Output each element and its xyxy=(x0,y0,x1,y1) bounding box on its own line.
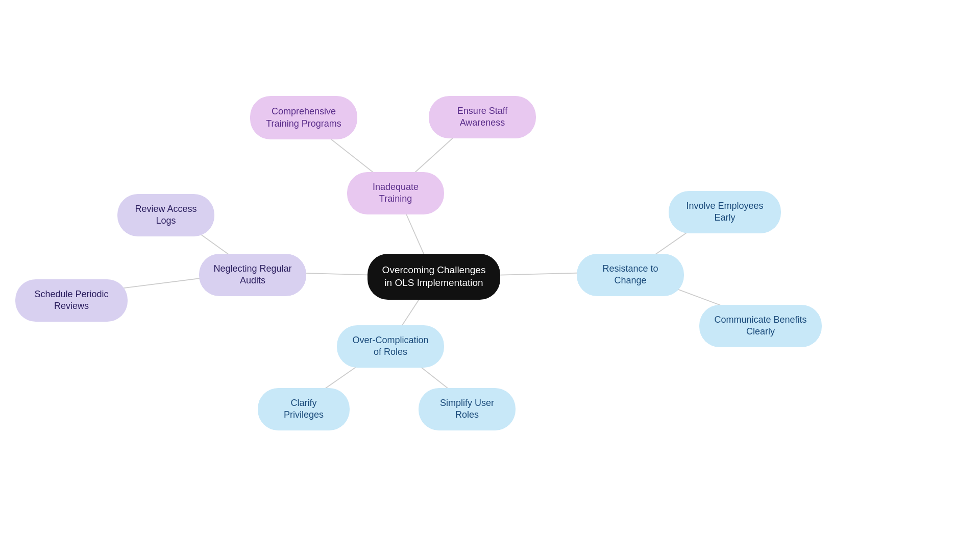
node-center: Overcoming Challenges in OLS Implementat… xyxy=(368,254,500,300)
node-neglecting_audits: Neglecting Regular Audits xyxy=(199,254,306,296)
node-inadequate_training: Inadequate Training xyxy=(347,172,444,214)
node-review_access: Review Access Logs xyxy=(117,194,214,236)
node-communicate_benefits: Communicate Benefits Clearly xyxy=(699,305,822,347)
node-involve_employees: Involve Employees Early xyxy=(669,191,781,233)
mindmap-container: Overcoming Challenges in OLS Implementat… xyxy=(0,0,980,553)
node-clarify_privileges: Clarify Privileges xyxy=(258,388,350,430)
node-ensure_staff: Ensure Staff Awareness xyxy=(429,96,536,138)
node-over_complication: Over-Complication of Roles xyxy=(337,325,444,368)
node-comprehensive_training: Comprehensive Training Programs xyxy=(250,96,357,139)
node-resistance_change: Resistance to Change xyxy=(577,254,684,296)
node-simplify_roles: Simplify User Roles xyxy=(419,388,516,430)
node-schedule_reviews: Schedule Periodic Reviews xyxy=(15,279,128,322)
